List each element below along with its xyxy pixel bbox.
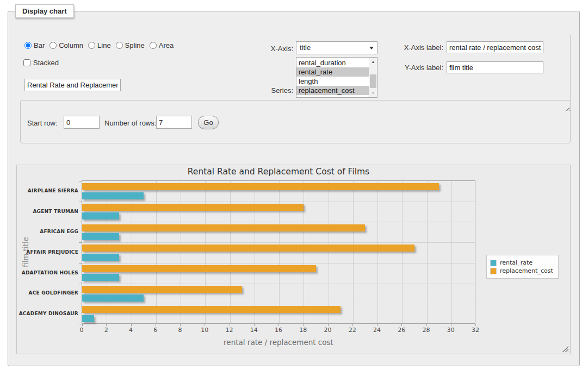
bar-replacement_cost bbox=[82, 244, 414, 252]
scroll-down-icon[interactable]: ▼ bbox=[369, 89, 377, 97]
x-axis-tick-mark bbox=[303, 324, 304, 326]
chart-type-label-line: Line bbox=[97, 41, 111, 49]
display-chart-panel: Bar Column Line Spline Area Stacked X-Ax… bbox=[8, 11, 580, 366]
x-axis-tick-mark bbox=[254, 324, 255, 326]
bar-replacement_cost bbox=[82, 265, 316, 272]
series-listbox-options: rental_durationrental_ratelengthreplacem… bbox=[296, 58, 369, 95]
stacked-checkbox[interactable] bbox=[23, 59, 30, 66]
x-tick-label: 0 bbox=[80, 327, 84, 334]
y-axis-tick-mark bbox=[79, 324, 82, 324]
gridline-horizontal bbox=[82, 304, 475, 304]
scroll-up-icon[interactable]: ▲ bbox=[369, 58, 377, 66]
bar-rental_rate bbox=[82, 254, 119, 261]
chart-type-radio-area[interactable] bbox=[150, 42, 157, 49]
y-tick-label: ADAPTATION HOLES bbox=[17, 270, 78, 275]
gridline-vertical bbox=[304, 181, 304, 323]
y-axis-label-input[interactable] bbox=[447, 61, 543, 73]
y-tick-label: AFFAIR PREJUDICE bbox=[17, 249, 78, 255]
chart-type-radio-column[interactable] bbox=[49, 42, 57, 49]
gridline-horizontal bbox=[82, 242, 475, 243]
x-tick-label: 8 bbox=[178, 327, 182, 334]
x-axis-tick-mark bbox=[131, 324, 132, 326]
start-row-label: Start row: bbox=[27, 119, 59, 127]
y-tick-label: ACADEMY DINOSAUR bbox=[17, 311, 78, 316]
x-tick-label: 6 bbox=[153, 327, 157, 334]
chart-type-label-column: Column bbox=[59, 41, 83, 49]
x-tick-label: 32 bbox=[472, 327, 479, 334]
chart-type-label-spline: Spline bbox=[125, 41, 145, 49]
y-axis-tick-mark bbox=[79, 304, 82, 304]
gridline-horizontal bbox=[82, 263, 475, 264]
chart-type-option-bar: Bar bbox=[24, 41, 45, 49]
gridline-vertical bbox=[279, 181, 280, 323]
chart-title-input[interactable] bbox=[24, 79, 121, 91]
gridline-vertical bbox=[230, 181, 231, 323]
series-listbox-label: Series: bbox=[259, 86, 293, 95]
bar-replacement_cost bbox=[82, 204, 304, 211]
chart-type-option-spline: Spline bbox=[116, 41, 145, 49]
number-of-rows-input[interactable] bbox=[156, 116, 192, 129]
start-row-input[interactable] bbox=[64, 116, 100, 129]
x-axis-select-label: X-Axis: bbox=[259, 45, 293, 53]
chart-type-label-area: Area bbox=[159, 41, 174, 49]
gridline-horizontal bbox=[82, 222, 475, 222]
panel-legend: Display chart bbox=[15, 4, 74, 18]
chart-type-radio-line[interactable] bbox=[88, 42, 95, 49]
x-tick-label: 26 bbox=[398, 327, 405, 334]
x-tick-label: 14 bbox=[250, 327, 258, 334]
y-axis-tick-mark bbox=[79, 242, 82, 243]
x-axis-tick-mark bbox=[426, 324, 427, 326]
bar-replacement_cost bbox=[82, 224, 365, 231]
x-axis-tick-mark bbox=[156, 324, 156, 326]
chart-type-option-line: Line bbox=[88, 41, 111, 49]
gridline-vertical bbox=[353, 181, 354, 323]
number-of-rows-label: Number of rows: bbox=[104, 119, 156, 127]
x-tick-label: 4 bbox=[129, 327, 133, 334]
series-option[interactable]: replacement_cost bbox=[296, 86, 369, 95]
chart-type-radio-spline[interactable] bbox=[116, 42, 123, 49]
gridline-vertical bbox=[329, 181, 329, 323]
plot-area bbox=[82, 180, 475, 324]
x-axis-tick-mark bbox=[475, 324, 476, 326]
x-axis-select[interactable]: title bbox=[296, 41, 377, 54]
series-option[interactable]: rental_duration bbox=[296, 58, 369, 67]
series-listbox-scrollbar[interactable]: ▲ ▼ bbox=[369, 58, 377, 97]
x-axis-tick-mark bbox=[205, 324, 205, 326]
y-tick-label: AGENT TRUMAN bbox=[17, 209, 78, 214]
y-tick-label: AIRPLANE SIERRA bbox=[17, 188, 78, 193]
bar-replacement_cost bbox=[82, 286, 242, 293]
go-button[interactable]: Go bbox=[198, 116, 219, 129]
legend-swatch bbox=[490, 268, 497, 274]
x-tick-label: 30 bbox=[447, 327, 455, 334]
gridline-horizontal bbox=[82, 202, 475, 202]
chart-resize-handle-icon[interactable] bbox=[562, 346, 568, 352]
x-tick-label: 12 bbox=[226, 327, 233, 334]
bar-rental_rate bbox=[82, 233, 119, 240]
series-option[interactable]: rental_rate bbox=[296, 67, 369, 77]
y-axis-tick-mark bbox=[79, 284, 82, 284]
series-option[interactable]: length bbox=[296, 77, 369, 86]
series-listbox[interactable]: rental_durationrental_ratelengthreplacem… bbox=[296, 57, 377, 98]
x-axis-tick-mark bbox=[230, 324, 230, 326]
x-axis-tick-mark bbox=[180, 324, 181, 326]
y-tick-label: AFRICAN EGG bbox=[17, 229, 78, 234]
x-axis-label-input[interactable] bbox=[447, 41, 543, 53]
bar-replacement_cost bbox=[82, 306, 341, 313]
chart-type-radiogroup: Bar Column Line Spline Area bbox=[24, 41, 178, 49]
gridline-horizontal bbox=[82, 284, 475, 284]
x-axis-tick-mark bbox=[278, 324, 279, 326]
gridline-vertical bbox=[107, 181, 107, 323]
chart-type-radio-bar[interactable] bbox=[24, 42, 32, 49]
x-tick-label: 28 bbox=[423, 327, 430, 334]
x-tick-label: 2 bbox=[104, 327, 108, 334]
x-axis-tick-mark bbox=[451, 324, 451, 326]
x-tick-label: 22 bbox=[349, 327, 356, 334]
x-tick-label: 24 bbox=[373, 327, 381, 334]
gridline-vertical bbox=[181, 181, 181, 323]
row-range-box: Start row: Number of rows: Go bbox=[20, 100, 571, 143]
scrollbar-thumb[interactable] bbox=[370, 74, 376, 88]
bar-rental_rate bbox=[82, 315, 94, 322]
x-axis-tick-mark bbox=[106, 324, 107, 326]
legend-swatch bbox=[490, 260, 497, 266]
bar-rental_rate bbox=[82, 274, 119, 281]
